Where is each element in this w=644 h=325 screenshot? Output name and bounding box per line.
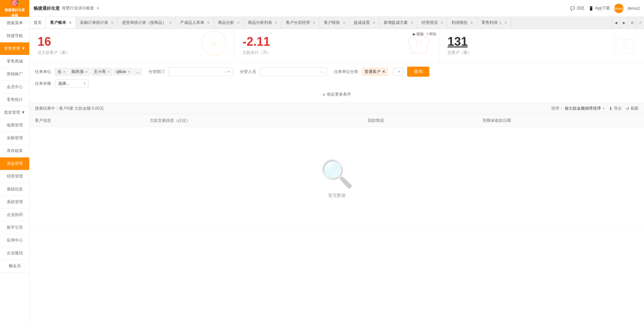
- company-type-tag-close[interactable]: ✕: [382, 69, 385, 74]
- company-tag-wang-close[interactable]: ✕: [107, 70, 110, 74]
- tab-close-customer-tier[interactable]: ✕: [313, 21, 315, 25]
- sidebar-item-operations-mgmt[interactable]: 经营管理: [0, 170, 29, 183]
- dept-filter-input-wrapper: ··· ▼: [169, 67, 233, 76]
- user-avatar[interactable]: demo2: [614, 4, 624, 13]
- tab-close-new-increase[interactable]: ✕: [411, 21, 413, 25]
- sidebar-item-app-center[interactable]: 应用中心: [0, 234, 29, 247]
- sidebar-item-basic-info[interactable]: 基础信息: [0, 183, 29, 196]
- col-debt-transactions: 欠款交易信息（占比）: [144, 114, 363, 127]
- filter-area: 往来单位 伍 ✕ 陈民强 ✕ 王小亮 ✕: [30, 63, 644, 103]
- stat-number-debt-customers: 16: [38, 36, 70, 48]
- company-type-filter-label: 往来单位分类: [334, 69, 358, 75]
- message-button[interactable]: 💬 消息: [570, 5, 585, 11]
- sidebar-item-retail-mgmt[interactable]: 零售管理 ▼: [0, 42, 29, 55]
- company-type-dropdown-wrapper[interactable]: [393, 68, 403, 76]
- stats-row: ¥ 16 总欠款客户（家）: [30, 29, 644, 63]
- tab-product-analysis[interactable]: 商品分析 ✕: [214, 17, 244, 29]
- help-button[interactable]: ? 帮助: [426, 32, 436, 37]
- filter-row-2: 往来余额 选择...: [35, 79, 639, 87]
- tab-retail-profit[interactable]: 零售利润（ ✕: [477, 17, 511, 29]
- header-workspace[interactable]: 母婴行业演示账套: [62, 5, 94, 11]
- tab-close-product-analysis[interactable]: ✕: [237, 21, 240, 25]
- sidebar-item-quick-nav[interactable]: 快捷导航: [0, 30, 29, 42]
- empty-state: 🔍 暂无数据: [35, 131, 639, 225]
- sidebar-item-inventory-check[interactable]: 库存核算: [0, 145, 29, 157]
- sidebar-item-capital-mgmt[interactable]: 资金管理: [0, 157, 29, 170]
- tab-close-remind-settings[interactable]: ✕: [373, 21, 375, 25]
- sidebar-item-retail-stats[interactable]: 零售统计: [0, 94, 29, 106]
- person-filter-input[interactable]: [263, 69, 319, 74]
- tab-prev-button[interactable]: ◀: [612, 17, 620, 29]
- dept-filter-dots[interactable]: ···: [223, 69, 227, 74]
- tab-inbound-stats[interactable]: 进货单统计表（按商品） ✕: [118, 17, 176, 29]
- balance-filter-select[interactable]: 选择...: [55, 79, 89, 87]
- tab-new-increase[interactable]: 新增提成方案 ✕: [380, 17, 418, 29]
- workspace-dropdown-icon[interactable]: ▼: [96, 6, 99, 10]
- sort-dropdown-icon[interactable]: ▼: [602, 107, 605, 110]
- company-type-select[interactable]: [393, 68, 403, 76]
- app-download-button[interactable]: 📱 App下载: [589, 5, 610, 11]
- tab-close-purchase-order-stats[interactable]: ✕: [111, 21, 114, 25]
- tab-operation-status[interactable]: 经营情况 ✕: [418, 17, 447, 29]
- person-filter-dots[interactable]: ···: [320, 69, 324, 74]
- stat-bg-icon-building: [610, 30, 637, 62]
- tab-profit-report[interactable]: 利润报告 ✕: [447, 17, 477, 29]
- refresh-button[interactable]: ↺ 刷新: [626, 106, 639, 111]
- stat-number-total-customers[interactable]: 131: [447, 36, 472, 48]
- tab-next-button[interactable]: ▶: [620, 17, 628, 29]
- sidebar-item-vip-member[interactable]: 畅会员: [0, 260, 29, 273]
- company-tag-wu-close[interactable]: ✕: [63, 70, 66, 74]
- stat-help-area: ▶ 视频 ? 帮助: [413, 32, 436, 37]
- tab-close-product-inbound[interactable]: ✕: [207, 21, 210, 25]
- tab-close-customer-connect[interactable]: ✕: [343, 21, 345, 25]
- top-header: 畅捷通好生意 母婴行业演示账套 ▼ 💬 消息 📱 App下载 demo2 d: [30, 0, 644, 17]
- sidebar-item-membership[interactable]: 会员中心: [0, 81, 29, 94]
- tab-close-operation-status[interactable]: ✕: [440, 21, 443, 25]
- sort-option-label[interactable]: 按欠款金额倒序排序: [565, 106, 601, 111]
- sidebar-item-purchase-mgmt[interactable]: 采购管理: [0, 132, 29, 145]
- stat-label-debt-customers: 总欠款客户（家）: [38, 50, 70, 56]
- tab-menu-button[interactable]: ⊟: [628, 17, 636, 29]
- sidebar-item-new-guide[interactable]: 新手引导: [0, 221, 29, 234]
- tab-close-retail-profit[interactable]: ✕: [504, 21, 507, 25]
- company-tag-chen-close[interactable]: ✕: [85, 70, 88, 74]
- tab-purchase-order-stats[interactable]: 采购订单统计表 ✕: [76, 17, 118, 29]
- tab-home[interactable]: 首页: [30, 17, 46, 29]
- company-type-filter-tags: 普通客户 ✕: [362, 68, 388, 76]
- sidebar-item-marketing[interactable]: 营销推广: [0, 68, 29, 81]
- tab-close-product-analysis-list[interactable]: ✕: [275, 21, 277, 25]
- tab-remind-settings[interactable]: 提成设置 ✕: [350, 17, 380, 29]
- main-content: ¥ 16 总欠款客户（家）: [30, 29, 644, 325]
- tab-customer-account[interactable]: 客户账本 ✕: [46, 17, 76, 29]
- tab-close-customer-account[interactable]: ✕: [69, 21, 72, 25]
- collapse-button[interactable]: ∧ 收起更多条件: [35, 90, 639, 99]
- sidebar-item-enterprise-collab[interactable]: 企业协同: [0, 209, 29, 221]
- user-name-label[interactable]: demo2: [628, 6, 640, 11]
- company-filter-label: 往来单位: [35, 69, 51, 75]
- tab-customer-connect[interactable]: 客户联络 ✕: [320, 17, 350, 29]
- query-button[interactable]: 查询: [407, 67, 429, 77]
- sidebar-logo: 🎯 畅捷通好生意 标版: [0, 0, 29, 17]
- tab-close-inbound-stats[interactable]: ✕: [169, 21, 172, 25]
- header-brand-name: 畅捷通好生意: [34, 5, 60, 11]
- dept-dropdown-icon[interactable]: ▼: [227, 70, 230, 73]
- tab-expand-button[interactable]: ⤢: [636, 17, 644, 29]
- company-tag-cjttcw-close[interactable]: ✕: [127, 70, 130, 74]
- video-help-button[interactable]: ▶ 视频: [413, 32, 424, 37]
- sidebar-item-enterprise-wechat[interactable]: 企业微信: [0, 247, 29, 260]
- stat-card-total-customers: 131 总客户（家）: [439, 29, 644, 62]
- tab-product-inbound[interactable]: 产成品入库单 ✕: [176, 17, 214, 29]
- sidebar-item-system-mgmt[interactable]: 系统管理: [0, 196, 29, 209]
- sidebar-item-search-menu[interactable]: 搜索菜单: [0, 17, 29, 30]
- tab-product-analysis-list[interactable]: 商品分析列表 ✕: [244, 17, 282, 29]
- tab-customer-tier[interactable]: 客户分层经营 ✕: [282, 17, 320, 29]
- tab-close-profit-report[interactable]: ✕: [470, 21, 473, 25]
- sidebar-item-wholesale-mgmt[interactable]: 批发管理 ▼: [0, 106, 29, 119]
- export-button[interactable]: ⬇ 导出: [609, 106, 622, 111]
- company-tag-more[interactable]: ...: [134, 68, 142, 75]
- balance-filter-wrapper[interactable]: 选择...: [55, 79, 89, 87]
- sidebar-item-ecommerce-mgmt[interactable]: 电商管理: [0, 119, 29, 132]
- sidebar: 🎯 畅捷通好生意 标版 搜索菜单 快捷导航 零售管理 ▼ 零售商城 营销推广 会…: [0, 0, 30, 325]
- sidebar-item-retail-store[interactable]: 零售商城: [0, 55, 29, 68]
- dept-filter-input[interactable]: [172, 69, 222, 74]
